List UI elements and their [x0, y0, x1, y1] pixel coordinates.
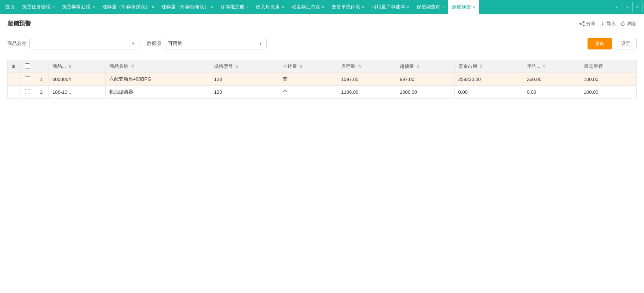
row-checkbox-cell [21, 86, 34, 99]
th-num [34, 60, 49, 73]
row-overstock: 1006.00 [396, 86, 454, 99]
nav-item-inventory-status[interactable]: 现存量（库存状况表） × [99, 0, 158, 14]
row-goods-code: 0000004 [49, 73, 106, 86]
nav-item-home[interactable]: 首页 [1, 0, 18, 14]
nav-item-quality-check[interactable]: 保质期查询 × [413, 0, 448, 14]
close-icon[interactable]: × [246, 5, 249, 9]
th-inventory-label: 库存量 [341, 63, 355, 69]
th-gear[interactable]: ⚙ [8, 60, 21, 73]
th-capital[interactable]: 资金占用 ⇅ [454, 60, 523, 73]
nav-close-all-button[interactable]: × [632, 2, 643, 12]
close-icon[interactable]: × [211, 5, 213, 9]
export-icon [600, 21, 605, 26]
nav-prev-button[interactable]: ‹ [612, 2, 622, 12]
th-avg[interactable]: 平均... ⇅ [523, 60, 580, 73]
chevron-down-icon: ▼ [259, 41, 263, 46]
datasource-filter: 数据源 可用量 ▼ [147, 38, 267, 49]
close-icon[interactable]: × [442, 5, 444, 9]
row-max-stock: 100.00 [580, 73, 636, 86]
close-icon[interactable]: × [473, 5, 475, 9]
nav-item-collect-summary[interactable]: 收发存汇总表 × [288, 0, 328, 14]
close-icon[interactable]: × [92, 5, 95, 9]
sort-icon: ⇅ [480, 64, 483, 69]
nav-item-inout-flow[interactable]: 出入库流水 × [252, 0, 288, 14]
page-title: 超储预警 [7, 20, 31, 27]
th-goods-code[interactable]: 商品... ⇅ [49, 60, 106, 73]
datasource-select[interactable]: 可用量 ▼ [164, 38, 267, 49]
th-max-stock-label: 最高库存 [584, 63, 603, 69]
nav-item-label: 拣货任务管理 [22, 4, 51, 10]
nav-item-overstock-warn[interactable]: 超储预警 × [448, 0, 479, 14]
row-inventory: 1106.00 [337, 86, 396, 99]
row-capital: 259220.00 [454, 73, 523, 86]
row-avg: 260.00 [523, 73, 580, 86]
row-goods-name: 机油滤清器 [106, 86, 210, 99]
row-inventory: 1097.00 [337, 73, 396, 86]
export-button[interactable]: 导出 [600, 21, 616, 27]
row-unit: 个 [279, 86, 337, 99]
row-spec: 123 [210, 73, 279, 86]
nav-arrows: ‹ › × [612, 2, 643, 12]
close-icon[interactable]: × [152, 5, 154, 9]
header-actions: 分享 导出 刷新 [579, 21, 637, 27]
sort-icon: ⇅ [235, 64, 239, 69]
select-all-checkbox[interactable] [25, 63, 30, 68]
nav-item-available-account[interactable]: 可用量库存账本 × [368, 0, 413, 14]
refresh-button[interactable]: 刷新 [621, 21, 637, 27]
nav-item-order-stats[interactable]: 要货单统计表 × [328, 0, 368, 14]
th-unit-label: 主计量 [283, 63, 297, 69]
row-avg: 0.00 [523, 86, 580, 99]
close-icon[interactable]: × [282, 5, 284, 9]
filter-bar: 商品分类 ▼ 数据源 可用量 ▼ 查询 设置 [7, 33, 637, 54]
refresh-icon [621, 21, 626, 26]
nav-item-inventory-dist[interactable]: 现存量（库存分布表） × [158, 0, 217, 14]
th-spec[interactable]: 规格型号 ⇅ [210, 60, 279, 73]
close-icon[interactable]: × [322, 5, 324, 9]
nav-item-label: 库存批次账 [221, 4, 245, 10]
nav-item-label: 现存量（库存分布表） [161, 4, 209, 10]
datasource-value: 可用量 [168, 40, 182, 47]
nav-item-label: 现存量（库存状况表） [102, 4, 150, 10]
row-checkbox[interactable] [25, 89, 30, 94]
th-inventory[interactable]: 库存量 ⇅ [337, 60, 396, 73]
settings-button[interactable]: 设置 [615, 38, 637, 49]
nav-bar: 首页 拣货任务管理 × 拣货异常处理 × 现存量（库存状况表） × 现存量（库存… [0, 0, 644, 14]
nav-item-batch-account[interactable]: 库存批次账 × [217, 0, 252, 14]
nav-item-label: 拣货异常处理 [62, 4, 91, 10]
row-capital: 0.00 [454, 86, 523, 99]
category-select[interactable]: ▼ [29, 38, 139, 49]
row-max-stock: 100.00 [580, 86, 636, 99]
nav-item-abnormal[interactable]: 拣货异常处理 × [58, 0, 98, 14]
nav-item-label: 出入库流水 [256, 4, 280, 10]
th-goods-code-label: 商品... [52, 63, 66, 69]
close-icon[interactable]: × [362, 5, 364, 9]
row-checkbox[interactable] [25, 76, 30, 81]
sort-icon: ⇅ [299, 64, 303, 69]
refresh-label: 刷新 [627, 21, 637, 27]
close-icon[interactable]: × [407, 5, 409, 9]
nav-item-label: 可用量库存账本 [372, 4, 405, 10]
data-table: ⚙ 商品... ⇅ 商品名称 ⇅ 规格型号 ⇅ [7, 60, 637, 99]
category-label: 商品分类 [7, 40, 26, 47]
nav-item-task-mgmt[interactable]: 拣货任务管理 × [18, 0, 58, 14]
row-overstock: 997.00 [396, 73, 454, 86]
th-overstock[interactable]: 超储量 ⇅ [396, 60, 454, 73]
close-icon[interactable]: × [52, 5, 55, 9]
th-goods-name-label: 商品名称 [109, 63, 128, 69]
th-goods-name[interactable]: 商品名称 ⇅ [106, 60, 210, 73]
sort-icon: ⇅ [131, 64, 134, 69]
chevron-down-icon: ▼ [131, 41, 135, 46]
th-unit[interactable]: 主计量 ⇅ [279, 60, 337, 73]
query-button[interactable]: 查询 [588, 38, 612, 49]
share-button[interactable]: 分享 [579, 21, 596, 27]
nav-item-label: 要货单统计表 [332, 4, 360, 10]
row-gear [8, 73, 21, 86]
nav-item-label: 保质期查询 [417, 4, 440, 10]
row-num: 2 [34, 86, 49, 99]
row-spec: 123 [210, 86, 279, 99]
th-avg-label: 平均... [527, 63, 541, 69]
table-body: 1 0000004 六配套新昌490BPG 123 套 1097.00 997.… [8, 73, 637, 99]
nav-next-button[interactable]: › [622, 2, 632, 12]
category-filter: 商品分类 ▼ [7, 38, 139, 49]
share-label: 分享 [586, 21, 596, 27]
